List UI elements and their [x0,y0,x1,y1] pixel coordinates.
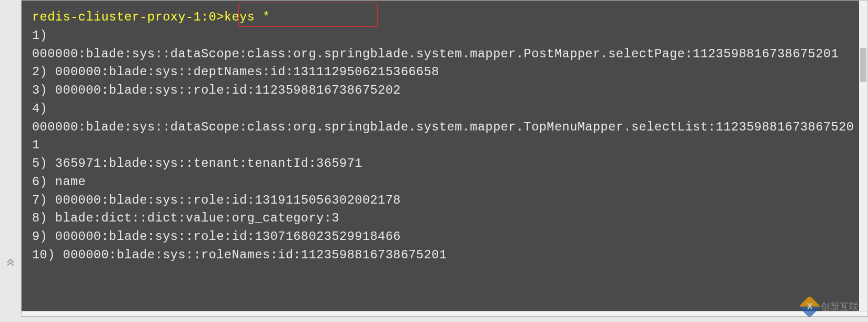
output-line: 2) 000000:blade:sys::deptNames:id:131112… [32,63,857,82]
output-line: 4) [32,100,857,118]
prompt-text: redis-cliuster-proxy-1:0> [32,10,224,24]
scrollbar[interactable] [859,1,867,311]
output-line: 000000:blade:sys::dataScope:class:org.sp… [32,45,857,64]
watermark: 创新互联 [802,299,859,315]
collapse-chevron-icon[interactable] [4,257,17,269]
prompt-line: redis-cliuster-proxy-1:0>keys * [32,8,857,27]
watermark-text: 创新互联 [821,300,859,313]
output-line: 10) 000000:blade:sys::roleNames:id:11235… [32,246,857,265]
output-line: 9) 000000:blade:sys::role:id:13071680235… [32,228,857,246]
output-line: 000000:blade:sys::dataScope:class:org.sp… [32,118,857,155]
terminal-frame: redis-cliuster-proxy-1:0>keys * 1) 00000… [21,0,868,317]
output-line: 6) name [32,173,857,192]
scroll-thumb[interactable] [860,48,866,82]
status-bar [22,311,867,316]
command-text: keys * [224,10,270,24]
output-line: 8) blade:dict::dict:value:org_category:3 [32,209,857,228]
terminal-output-area[interactable]: redis-cliuster-proxy-1:0>keys * 1) 00000… [22,1,867,311]
watermark-logo-icon [799,296,821,318]
output-line: 7) 000000:blade:sys::role:id:13191150563… [32,192,857,210]
output-line: 5) 365971:blade:sys::tenant:tenantId:365… [32,155,857,173]
output-line: 1) [32,27,857,45]
output-line: 3) 000000:blade:sys::role:id:11235988167… [32,82,857,100]
